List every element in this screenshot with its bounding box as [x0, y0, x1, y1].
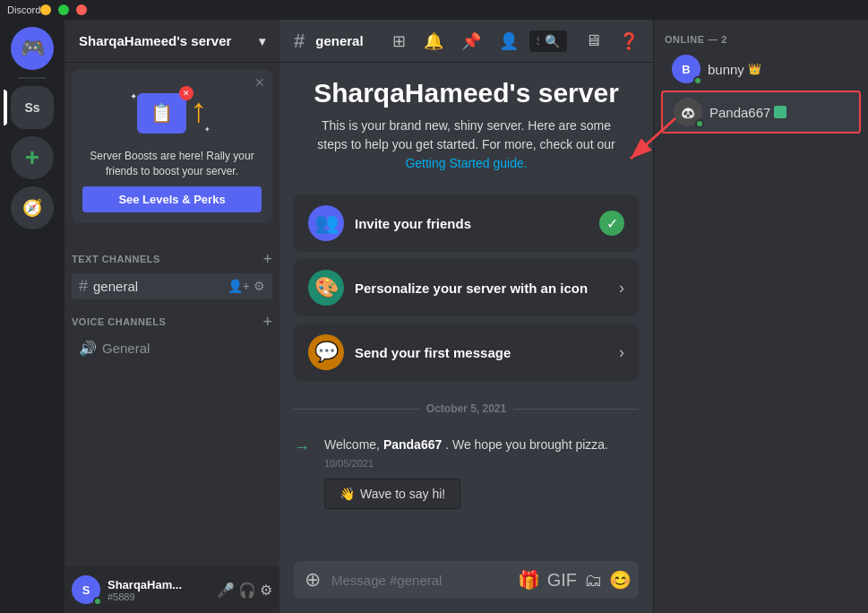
boost-text: Server Boosts are here! Rally your frien… — [82, 149, 262, 179]
welcome-message-group: → Welcome, Panda667 . We hope you brough… — [294, 436, 639, 509]
add-server-button[interactable]: + — [11, 136, 54, 179]
chevron-right-icon-2: › — [619, 343, 624, 362]
member-item-bunny[interactable]: B bunny 👑 — [661, 49, 861, 89]
add-member-icon[interactable]: 👤+ — [228, 279, 250, 293]
user-status-indicator — [93, 597, 102, 606]
welcome-section: SharqaHameed's server This is your brand… — [294, 77, 639, 173]
text-channels-label: TEXT CHANNELS — [72, 254, 160, 264]
channel-sidebar: SharqaHameed's server ▾ ✕ 📋 ✕ ↑ ✦ ✦ Serv… — [64, 20, 279, 613]
user-area: S SharqaHam... #5889 🎤 🎧 ⚙ — [64, 566, 279, 613]
search-box[interactable]: 🔍 — [529, 30, 567, 52]
gift-icon[interactable]: 🎁 — [518, 569, 540, 591]
member-avatar-bunny: B — [672, 55, 700, 83]
server-rail: 🎮 Ss + 🧭 — [0, 20, 64, 613]
add-attachment-button[interactable]: ⊕ — [301, 561, 324, 599]
channel-header: # general ⊞ 🔔 📌 👤 🔍 🖥 ❓ — [279, 20, 653, 63]
date-line-left — [294, 409, 419, 410]
date-separator: October 5, 2021 — [294, 402, 639, 415]
discord-home-button[interactable]: 🎮 — [11, 27, 54, 70]
welcome-text-suffix: . We hope you brought pizza. — [445, 437, 608, 452]
message-arrow-icon: → — [294, 438, 310, 457]
search-input[interactable] — [537, 34, 539, 47]
channel-hash-icon: # — [294, 30, 305, 53]
user-tag: #5889 — [107, 591, 210, 602]
user-avatar: S — [72, 575, 100, 604]
welcome-text-prefix: Welcome, — [324, 437, 383, 452]
microphone-button[interactable]: 🎤 — [217, 582, 235, 599]
see-levels-perks-button[interactable]: See Levels & Perks — [82, 186, 262, 212]
member-avatar-panda667: 🐼 — [674, 98, 702, 126]
crown-icon: 👑 — [748, 63, 761, 75]
setup-card-personalize[interactable]: 🎨 Personalize your server with an icon › — [294, 259, 639, 316]
channel-list: TEXT CHANNELS + # general 👤+ ⚙ VOICE CHA… — [64, 230, 279, 566]
wave-button[interactable]: 👋 Wave to say hi! — [324, 479, 460, 509]
voice-channel-name-general: General — [102, 341, 265, 356]
voice-channels-category: VOICE CHANNELS + — [64, 300, 279, 335]
user-name: SharqaHam... — [107, 578, 210, 591]
maximize-button[interactable] — [58, 4, 69, 15]
add-text-channel-button[interactable]: + — [262, 250, 272, 269]
wave-label: Wave to say hi! — [360, 487, 445, 501]
member-info-bunny: bunny 👑 — [708, 62, 761, 77]
help-icon[interactable]: ❓ — [619, 31, 639, 51]
active-indicator — [4, 90, 7, 125]
server-name: SharqaHameed's server — [79, 33, 259, 48]
server-header[interactable]: SharqaHameed's server ▾ — [64, 20, 279, 63]
speaker-icon: 🔊 — [79, 340, 97, 357]
input-right-icons: 🎁 GIF 🗂 😊 — [518, 569, 632, 591]
user-settings-button[interactable]: ⚙ — [260, 582, 272, 599]
emoji-icon[interactable]: 😊 — [609, 569, 632, 591]
minimize-button[interactable] — [40, 4, 51, 15]
setup-card-invite[interactable]: 👥 Invite your friends ✓ — [294, 194, 639, 252]
member-name-panda667: Panda667 — [709, 105, 770, 120]
chat-input-box: ⊕ 🎁 GIF 🗂 😊 — [294, 561, 639, 599]
hash-icon: # — [79, 277, 88, 296]
main-content: # general ⊞ 🔔 📌 👤 🔍 🖥 ❓ SharqaHameed's s… — [279, 20, 653, 613]
channel-item-voice-general[interactable]: 🔊 General — [72, 336, 272, 360]
date-text: October 5, 2021 — [426, 402, 506, 415]
members-icon[interactable]: ⊞ — [392, 31, 406, 51]
channel-name-general: general — [93, 279, 222, 294]
close-button[interactable] — [76, 4, 87, 15]
wave-emoji: 👋 — [339, 487, 355, 501]
channel-item-general[interactable]: # general 👤+ ⚙ — [72, 273, 272, 299]
setup-cards: 👥 Invite your friends ✓ 🎨 Personalize yo… — [294, 194, 639, 381]
search-icon: 🔍 — [545, 34, 560, 48]
chevron-right-icon: › — [619, 279, 624, 298]
invite-card-icon: 👥 — [308, 205, 344, 241]
right-sidebar: ONLINE — 2 B bunny 👑 🐼 Panda667 — [653, 20, 868, 613]
server-divider — [18, 77, 47, 79]
online-header: ONLINE — 2 — [654, 20, 868, 48]
card-completed-check: ✓ — [599, 211, 624, 236]
gif-icon[interactable]: GIF — [547, 570, 577, 591]
chevron-down-icon: ▾ — [259, 34, 265, 48]
member-name-row-panda667: Panda667 — [709, 105, 786, 120]
member-item-panda667[interactable]: 🐼 Panda667 — [661, 91, 861, 134]
server-icon-ss[interactable]: Ss — [11, 86, 54, 129]
voice-channels-label: VOICE CHANNELS — [72, 316, 166, 327]
message-input[interactable] — [331, 562, 511, 599]
add-member-header-icon[interactable]: 👤 — [499, 31, 519, 51]
sticker-icon[interactable]: 🗂 — [584, 570, 602, 591]
welcome-timestamp: 10/05/2021 — [324, 458, 374, 469]
message-content: Welcome, Panda667 . We hope you brought … — [324, 436, 639, 509]
setup-card-message[interactable]: 💬 Send your first message › — [294, 324, 639, 381]
bell-icon[interactable]: 🔔 — [424, 31, 443, 51]
add-voice-channel-button[interactable]: + — [262, 313, 272, 332]
channel-actions: 👤+ ⚙ — [228, 279, 265, 293]
headphones-button[interactable]: 🎧 — [238, 582, 256, 599]
welcome-title: SharqaHameed's server — [294, 77, 639, 109]
inbox-icon[interactable]: 🖥 — [585, 31, 601, 50]
text-channels-category: TEXT CHANNELS + — [64, 237, 279, 272]
invite-card-label: Invite your friends — [355, 216, 589, 231]
message-card-icon: 💬 — [308, 334, 344, 370]
chat-area: SharqaHameed's server This is your brand… — [279, 63, 653, 561]
explore-button[interactable]: 🧭 — [11, 186, 54, 229]
pin-icon[interactable]: 📌 — [461, 31, 481, 51]
title-bar-title: Discord — [7, 4, 40, 15]
getting-started-link[interactable]: Getting Started guide. — [405, 156, 527, 170]
message-card-label: Send your first message — [355, 345, 608, 360]
member-info-panda667: Panda667 — [709, 105, 786, 120]
welcome-username: Panda667 — [383, 437, 442, 452]
settings-icon[interactable]: ⚙ — [254, 279, 265, 293]
